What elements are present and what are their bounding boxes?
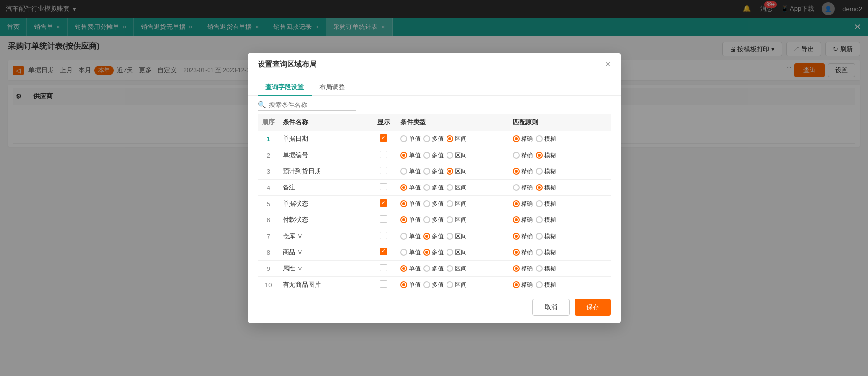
- radio-dot-range[interactable]: [447, 200, 453, 207]
- radio-dot-match-exact[interactable]: [513, 216, 520, 223]
- radio-dot-match-fuzzy[interactable]: [536, 200, 543, 207]
- radio-dot-single[interactable]: [400, 216, 407, 223]
- radio-dot-single[interactable]: [400, 135, 407, 142]
- radio-dot-single[interactable]: [400, 233, 407, 240]
- radio-dot-single[interactable]: [400, 265, 407, 272]
- radio-dot-single[interactable]: [400, 249, 407, 256]
- row-display-checkbox[interactable]: [369, 147, 397, 163]
- radio-match-fuzzy[interactable]: 模糊: [536, 167, 556, 176]
- radio-match-exact[interactable]: 精确: [513, 135, 533, 143]
- radio-dot-multi[interactable]: [423, 281, 430, 288]
- dialog-tab-fields[interactable]: 查询字段设置: [258, 80, 312, 96]
- radio-dot-range[interactable]: [447, 249, 453, 256]
- radio-dot-match-exact[interactable]: [513, 281, 520, 288]
- radio-type-single[interactable]: 单值: [400, 200, 421, 208]
- radio-type-single[interactable]: 单值: [400, 184, 421, 192]
- checkbox-checked[interactable]: [380, 248, 387, 255]
- radio-match-exact[interactable]: 精确: [513, 265, 533, 273]
- radio-dot-match-exact[interactable]: [513, 168, 520, 175]
- radio-type-multi[interactable]: 多值: [423, 151, 444, 160]
- radio-dot-range[interactable]: [447, 184, 453, 191]
- radio-dot-match-exact[interactable]: [513, 249, 520, 256]
- checkbox-unchecked[interactable]: [380, 280, 387, 288]
- radio-match-fuzzy[interactable]: 模糊: [536, 248, 556, 257]
- row-display-checkbox[interactable]: [369, 131, 397, 147]
- checkbox-unchecked[interactable]: [380, 264, 387, 271]
- radio-type-range[interactable]: 区间: [447, 151, 467, 160]
- radio-dot-multi[interactable]: [423, 200, 430, 207]
- radio-match-fuzzy[interactable]: 模糊: [536, 200, 556, 208]
- radio-dot-match-fuzzy[interactable]: [536, 168, 543, 175]
- radio-dot-single[interactable]: [400, 168, 407, 175]
- radio-match-exact[interactable]: 精确: [513, 184, 533, 192]
- radio-dot-multi[interactable]: [423, 216, 430, 223]
- radio-type-multi[interactable]: 多值: [423, 232, 444, 241]
- dialog-tab-layout[interactable]: 布局调整: [312, 80, 353, 96]
- radio-type-single[interactable]: 单值: [400, 151, 421, 160]
- row-display-checkbox[interactable]: [369, 163, 397, 180]
- row-display-checkbox[interactable]: [369, 212, 397, 228]
- radio-type-range[interactable]: 区间: [447, 184, 467, 192]
- radio-dot-range[interactable]: [447, 152, 453, 159]
- radio-dot-match-fuzzy[interactable]: [536, 249, 543, 256]
- radio-match-exact[interactable]: 精确: [513, 232, 533, 241]
- radio-dot-multi[interactable]: [423, 168, 430, 175]
- save-button[interactable]: 保存: [575, 299, 611, 316]
- radio-type-range[interactable]: 区间: [447, 167, 467, 176]
- radio-dot-multi[interactable]: [423, 233, 430, 240]
- radio-type-single[interactable]: 单值: [400, 248, 421, 257]
- radio-type-range[interactable]: 区间: [447, 232, 467, 241]
- radio-match-fuzzy[interactable]: 模糊: [536, 281, 556, 289]
- radio-dot-match-fuzzy[interactable]: [536, 216, 543, 223]
- radio-type-multi[interactable]: 多值: [423, 200, 444, 208]
- radio-match-fuzzy[interactable]: 模糊: [536, 232, 556, 241]
- radio-type-single[interactable]: 单值: [400, 281, 421, 289]
- radio-dot-single[interactable]: [400, 152, 407, 159]
- radio-dot-match-exact[interactable]: [513, 265, 520, 272]
- radio-type-range[interactable]: 区间: [447, 216, 467, 224]
- radio-dot-match-fuzzy[interactable]: [536, 135, 543, 142]
- radio-type-range[interactable]: 区间: [447, 200, 467, 208]
- radio-dot-match-exact[interactable]: [513, 233, 520, 240]
- radio-type-multi[interactable]: 多值: [423, 265, 444, 273]
- radio-match-exact[interactable]: 精确: [513, 248, 533, 257]
- dialog-close-button[interactable]: ×: [605, 59, 611, 70]
- checkbox-unchecked[interactable]: [380, 215, 387, 223]
- radio-dot-match-exact[interactable]: [513, 152, 520, 159]
- radio-match-exact[interactable]: 精确: [513, 281, 533, 289]
- row-display-checkbox[interactable]: [369, 244, 397, 261]
- radio-type-range[interactable]: 区间: [447, 281, 467, 289]
- radio-dot-multi[interactable]: [423, 265, 430, 272]
- radio-match-exact[interactable]: 精确: [513, 167, 533, 176]
- radio-dot-multi[interactable]: [423, 152, 430, 159]
- cancel-button[interactable]: 取消: [532, 299, 570, 316]
- radio-dot-match-fuzzy[interactable]: [536, 265, 543, 272]
- radio-type-single[interactable]: 单值: [400, 135, 421, 143]
- radio-dot-match-exact[interactable]: [513, 184, 520, 191]
- radio-type-multi[interactable]: 多值: [423, 167, 444, 176]
- radio-dot-range[interactable]: [447, 281, 453, 288]
- checkbox-unchecked[interactable]: [380, 151, 387, 158]
- row-display-checkbox[interactable]: [369, 196, 397, 212]
- radio-match-exact[interactable]: 精确: [513, 216, 533, 224]
- radio-type-single[interactable]: 单值: [400, 265, 421, 273]
- radio-dot-range[interactable]: [447, 233, 453, 240]
- radio-type-multi[interactable]: 多值: [423, 216, 444, 224]
- radio-type-range[interactable]: 区间: [447, 248, 467, 257]
- radio-dot-match-fuzzy[interactable]: [536, 281, 543, 288]
- radio-type-single[interactable]: 单值: [400, 232, 421, 241]
- radio-dot-match-exact[interactable]: [513, 200, 520, 207]
- radio-dot-single[interactable]: [400, 281, 407, 288]
- radio-type-multi[interactable]: 多值: [423, 281, 444, 289]
- radio-dot-range[interactable]: [447, 216, 453, 223]
- radio-match-exact[interactable]: 精确: [513, 200, 533, 208]
- checkbox-unchecked[interactable]: [380, 183, 387, 190]
- radio-match-exact[interactable]: 精确: [513, 151, 533, 160]
- radio-dot-range[interactable]: [447, 168, 453, 175]
- radio-match-fuzzy[interactable]: 模糊: [536, 265, 556, 273]
- radio-dot-match-fuzzy[interactable]: [536, 184, 543, 191]
- radio-type-single[interactable]: 单值: [400, 167, 421, 176]
- radio-type-range[interactable]: 区间: [447, 135, 467, 143]
- radio-dot-range[interactable]: [447, 265, 453, 272]
- radio-dot-multi[interactable]: [423, 135, 430, 142]
